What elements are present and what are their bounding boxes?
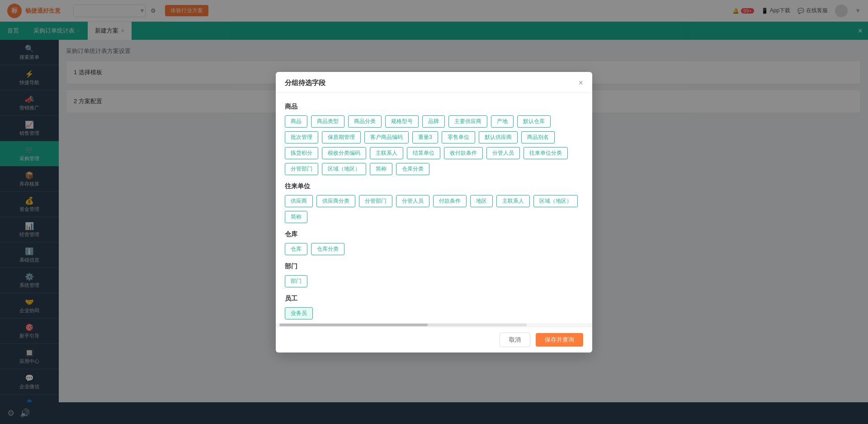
chip-batch-mgmt[interactable]: 批次管理 [285,131,318,143]
chip-main-contact2[interactable]: 主联系人 [496,195,530,207]
chip-dept-mgmt[interactable]: 分管部门 [285,163,318,175]
section-employee-title: 员工 [285,295,583,303]
chip-supplier-category[interactable]: 供应商分类 [316,195,355,207]
chip-weight3[interactable]: 重量3 [412,131,438,143]
chip-supervisor2[interactable]: 分管人员 [396,195,429,207]
chip-payment-condition[interactable]: 付款条件 [433,195,467,207]
chip-warehouse[interactable]: 仓库 [285,243,307,255]
chip-main-supplier[interactable]: 主要供应商 [448,115,487,128]
chip-warehouse-category[interactable]: 仓库分类 [396,163,429,175]
modal-body: 商品 商品 商品类型 商品分类 规格型号 品牌 主要供应商 产地 默认仓库 批次… [276,93,592,323]
chip-tax-category-code[interactable]: 税收分类编码 [322,147,366,159]
chip-dept[interactable]: 部门 [285,275,307,287]
chip-region[interactable]: 区域（地区） [322,163,366,175]
chip-customer-goods-code[interactable]: 客户商品编码 [364,131,409,143]
chip-warehouse-cat[interactable]: 仓库分类 [311,243,344,255]
section-employee-chips: 业务员 [285,307,583,319]
chip-supplier[interactable]: 供应商 [285,195,313,207]
section-goods-title: 商品 [285,103,583,111]
modal-dialog: 分组待选字段 × 商品 商品 商品类型 商品分类 规格型号 品牌 主要供应商 产… [276,72,592,353]
modal-footer: 取消 保存并查询 [276,327,592,353]
chip-main-contact[interactable]: 主联系人 [370,147,403,159]
chip-payment-terms[interactable]: 收付款条件 [444,147,483,159]
chip-default-warehouse[interactable]: 默认仓库 [517,115,551,128]
modal-header: 分组待选字段 × [276,72,592,93]
section-dept-chips: 部门 [285,275,583,287]
chip-default-supplier[interactable]: 默认供应商 [479,131,518,143]
chip-salesperson[interactable]: 业务员 [285,307,313,319]
section-warehouse: 仓库 仓库 仓库分类 [285,230,583,255]
chip-goods-type[interactable]: 商品类型 [311,115,344,128]
modal-close-button[interactable]: × [578,78,583,88]
chip-spec-model[interactable]: 规格型号 [385,115,419,128]
chip-abbr[interactable]: 简称 [370,163,392,175]
save-button[interactable]: 保存并查询 [536,333,583,347]
chip-shelf-life-mgmt[interactable]: 保质期管理 [322,131,361,143]
section-dept-title: 部门 [285,262,583,271]
chip-pick-points[interactable]: 拣货积分 [285,147,318,159]
section-dept: 部门 部门 [285,262,583,287]
chip-settlement-unit[interactable]: 结算单位 [407,147,440,159]
section-counterpart-chips: 供应商 供应商分类 分管部门 分管人员 付款条件 地区 主联系人 区域（地区） … [285,195,583,223]
chip-supervisor[interactable]: 分管人员 [486,147,520,159]
chip-area[interactable]: 地区 [470,195,493,207]
section-counterpart-title: 往来单位 [285,182,583,191]
section-warehouse-title: 仓库 [285,230,583,238]
chip-region2[interactable]: 区域（地区） [533,195,578,207]
section-warehouse-chips: 仓库 仓库分类 [285,243,583,255]
section-goods-chips: 商品 商品类型 商品分类 规格型号 品牌 主要供应商 产地 默认仓库 批次管理 … [285,115,583,175]
chip-retail-unit[interactable]: 零售单位 [442,131,475,143]
chip-goods[interactable]: 商品 [285,115,307,128]
chip-counterpart-category[interactable]: 往来单位分类 [524,147,568,159]
chip-origin[interactable]: 产地 [491,115,514,128]
section-goods: 商品 商品 商品类型 商品分类 规格型号 品牌 主要供应商 产地 默认仓库 批次… [285,103,583,175]
modal-overlay: 分组待选字段 × 商品 商品 商品类型 商品分类 规格型号 品牌 主要供应商 产… [0,0,868,424]
modal-hscrollbar[interactable] [276,323,592,327]
section-employee: 员工 业务员 [285,295,583,319]
section-counterpart: 往来单位 供应商 供应商分类 分管部门 分管人员 付款条件 地区 主联系人 区域… [285,182,583,223]
cancel-button[interactable]: 取消 [500,333,530,347]
chip-brand[interactable]: 品牌 [422,115,445,128]
chip-dept-mgmt2[interactable]: 分管部门 [359,195,392,207]
chip-goods-alias[interactable]: 商品别名 [521,131,555,143]
chip-goods-category[interactable]: 商品分类 [348,115,382,128]
modal-title: 分组待选字段 [285,79,326,87]
chip-abbr2[interactable]: 简称 [285,211,307,223]
